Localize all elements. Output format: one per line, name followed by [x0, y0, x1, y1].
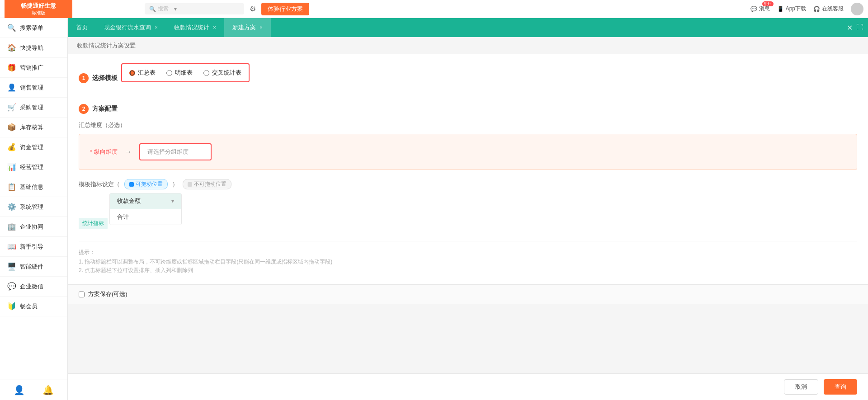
- tab-new-plan[interactable]: 新建方案 ×: [224, 18, 271, 37]
- radio-detail-input[interactable]: [166, 70, 172, 76]
- inventory-icon: 📦: [7, 123, 16, 132]
- section2-title: 方案配置: [92, 105, 118, 113]
- close-bank-flow-icon[interactable]: ×: [155, 24, 158, 31]
- sidebar-item-smart-hw[interactable]: 🖥️ 智能硬件: [0, 257, 67, 277]
- dimension-row: 纵向维度 → 请选择分组维度: [90, 143, 846, 160]
- tab-controls: ✕ ⛶: [842, 24, 868, 32]
- operations-icon: 📊: [7, 163, 16, 171]
- radio-summary[interactable]: 汇总表: [129, 69, 156, 77]
- close-collection-stats-icon[interactable]: ×: [213, 24, 216, 31]
- sidebar-item-operations[interactable]: 📊 经营管理: [0, 157, 67, 177]
- stats-table: 收款金额 ▾ 合计: [109, 193, 182, 225]
- dimension-label: 汇总维度（必选）: [79, 121, 857, 129]
- enterprise-coop-icon: 🏢: [7, 222, 16, 231]
- app-logo: 畅捷通好生意 标准版: [21, 2, 56, 16]
- tab-home[interactable]: 首页: [68, 18, 96, 37]
- message-tool[interactable]: 💬 消息 99+: [750, 5, 770, 13]
- user-bottom-icon[interactable]: 👤: [14, 385, 25, 395]
- stats-category-label: 统计指标: [79, 218, 108, 229]
- tips-item-2: 2. 点击标题栏下拉可设置排序、插入列和删除列: [79, 267, 857, 274]
- top-header: 畅捷通好生意 标准版 🔍 搜索 ▾ ⚙ 体验行业方案 💬 消息 99+ 📱 Ap…: [0, 0, 868, 18]
- sidebar-bottom: 👤 🔔: [0, 380, 67, 400]
- section1-number: 1: [79, 73, 89, 83]
- message-icon: 💬: [750, 6, 757, 12]
- sidebar-item-sales[interactable]: 👤 销售管理: [0, 78, 67, 98]
- page-content: 收款情况统计方案设置 1 选择模板 汇总表: [68, 37, 868, 373]
- section1-title: 选择模板: [92, 74, 118, 82]
- basic-info-icon: 📋: [7, 183, 16, 191]
- system-icon: ⚙️: [7, 202, 16, 211]
- trial-button[interactable]: 体验行业方案: [261, 3, 309, 15]
- maximize-tab-icon[interactable]: ⛶: [856, 24, 863, 32]
- dimension-select[interactable]: 请选择分组维度: [139, 143, 212, 160]
- search-bar[interactable]: 🔍 搜索 ▾: [145, 3, 244, 14]
- sidebar-item-purchase[interactable]: 🛒 采购管理: [0, 98, 67, 118]
- close-tab-icon[interactable]: ✕: [847, 24, 853, 32]
- right-tools: 💬 消息 99+ 📱 App下载 🎧 在线客服: [750, 3, 863, 15]
- save-checkbox[interactable]: [79, 292, 85, 297]
- stats-table-container: 统计指标 收款金额 ▾ 合计: [79, 193, 857, 232]
- sidebar-item-inventory[interactable]: 📦 库存核算: [0, 118, 67, 137]
- tips-section: 提示： 1. 拖动标题栏可以调整布局，不可跨维度或指标区域拖动栏目字段(只能在同…: [79, 241, 857, 274]
- arrow-icon: →: [125, 148, 132, 156]
- stats-table-cell: 合计: [110, 209, 181, 225]
- sidebar-item-guide[interactable]: 📖 新手引导: [0, 237, 67, 257]
- vertical-dimension-label: 纵向维度: [90, 148, 118, 156]
- non-draggable-badge: 不可拖动位置: [183, 179, 231, 189]
- user-avatar[interactable]: [851, 3, 863, 15]
- sidebar-item-basic-info[interactable]: 📋 基础信息: [0, 177, 67, 197]
- sidebar-item-marketing[interactable]: 🎁 营销推广: [0, 58, 67, 78]
- tab-bar: 首页 现金银行流水查询 × 收款情况统计 × 新建方案 × ✕ ⛶: [68, 18, 868, 37]
- form-panel: 1 选择模板 汇总表 明细表: [68, 54, 868, 284]
- sidebar-item-enterprise-coop[interactable]: 🏢 企业协同: [0, 217, 67, 237]
- radio-cross-input[interactable]: [203, 70, 209, 76]
- search-menu-icon: 🔍: [7, 24, 16, 32]
- save-label[interactable]: 方案保存(可选): [88, 290, 127, 298]
- sidebar-item-system[interactable]: ⚙️ 系统管理: [0, 197, 67, 217]
- close-new-plan-icon[interactable]: ×: [259, 24, 263, 31]
- notification-bottom-icon[interactable]: 🔔: [42, 385, 54, 395]
- sidebar-item-quick-nav[interactable]: 🏠 快捷导航: [0, 38, 67, 58]
- draggable-badge: 可拖动位置: [124, 179, 168, 189]
- radio-cross[interactable]: 交叉统计表: [203, 69, 241, 77]
- wechat-icon: 💬: [7, 282, 16, 291]
- section2-container: 2 方案配置 汇总维度（必选） 纵向维度 → 请选择分组维度: [79, 104, 857, 274]
- download-tool[interactable]: 📱 App下载: [777, 5, 806, 13]
- tips-title: 提示：: [79, 249, 857, 256]
- section2-number: 2: [79, 104, 89, 114]
- smart-hw-icon: 🖥️: [7, 262, 16, 271]
- radio-summary-input[interactable]: [129, 70, 135, 76]
- tips-item-1: 1. 拖动标题栏可以调整布局，不可跨维度或指标区域拖动栏目字段(只能在同一维度或…: [79, 258, 857, 266]
- save-section: 方案保存(可选): [68, 284, 868, 304]
- search-icon: 🔍: [149, 6, 156, 12]
- template-selection: 汇总表 明细表 交叉统计表: [121, 63, 250, 82]
- tab-collection-stats[interactable]: 收款情况统计 ×: [166, 18, 224, 37]
- member-icon: 🔰: [7, 302, 16, 311]
- download-icon: 📱: [777, 6, 784, 12]
- sidebar: 🔍 搜索菜单 🏠 快捷导航 🎁 营销推广 👤 销售管理 🛒 采购管理 📦 库存核…: [0, 18, 68, 400]
- marketing-icon: 🎁: [7, 63, 16, 72]
- breadcrumb: 收款情况统计方案设置: [68, 37, 868, 54]
- sales-icon: 👤: [7, 83, 16, 92]
- section1-container: 1 选择模板 汇总表 明细表: [79, 63, 857, 93]
- sidebar-item-finance[interactable]: 💰 资金管理: [0, 137, 67, 157]
- sidebar-item-member[interactable]: 🔰 畅会员: [0, 296, 67, 316]
- gear-icon[interactable]: ⚙: [250, 5, 256, 13]
- content-area: 首页 现金银行流水查询 × 收款情况统计 × 新建方案 × ✕ ⛶ 收: [68, 18, 868, 400]
- radio-detail[interactable]: 明细表: [166, 69, 193, 77]
- cancel-button[interactable]: 取消: [784, 379, 818, 395]
- purchase-icon: 🛒: [7, 103, 16, 112]
- query-button[interactable]: 查询: [824, 379, 857, 395]
- finance-icon: 💰: [7, 143, 16, 151]
- support-tool[interactable]: 🎧 在线客服: [813, 5, 844, 13]
- tab-bank-flow[interactable]: 现金银行流水查询 ×: [96, 18, 166, 37]
- quick-nav-icon: 🏠: [7, 43, 16, 52]
- main-layout: 🔍 搜索菜单 🏠 快捷导航 🎁 营销推广 👤 销售管理 🛒 采购管理 📦 库存核…: [0, 18, 868, 400]
- stats-dropdown-icon[interactable]: ▾: [171, 198, 174, 204]
- footer-bar: 取消 查询: [68, 373, 868, 400]
- sidebar-item-search-menu[interactable]: 🔍 搜索菜单: [0, 18, 67, 38]
- dimension-area: 纵向维度 → 请选择分组维度: [79, 134, 857, 170]
- stats-table-header[interactable]: 收款金额 ▾: [110, 193, 181, 209]
- guide-icon: 📖: [7, 242, 16, 251]
- sidebar-item-wechat[interactable]: 💬 企业微信: [0, 277, 67, 296]
